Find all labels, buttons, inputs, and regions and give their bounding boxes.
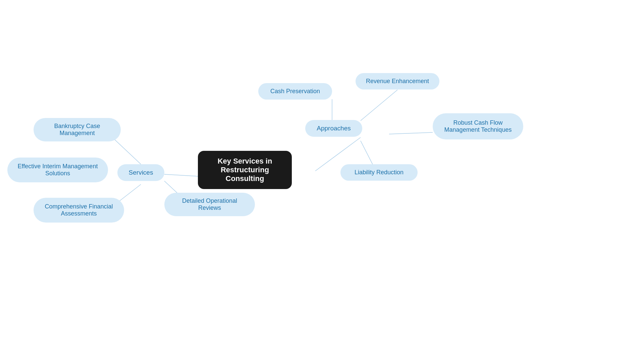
svg-line-7: [361, 90, 397, 121]
branch-approaches: Approaches: [305, 120, 362, 137]
leaf-financial: Comprehensive Financial Assessments: [34, 198, 124, 223]
center-node-label: Key Services in Restructuring Consulting: [218, 157, 272, 183]
svg-line-2: [112, 137, 141, 164]
leaf-bankruptcy-label: Bankruptcy Case Management: [54, 123, 100, 136]
leaf-revenue: Revenue Enhancement: [356, 73, 439, 89]
leaf-revenue-label: Revenue Enhancement: [366, 78, 429, 84]
leaf-operational: Detailed Operational Reviews: [164, 193, 255, 216]
leaf-bankruptcy: Bankruptcy Case Management: [34, 118, 121, 141]
svg-line-8: [389, 132, 433, 134]
leaf-interim-label: Effective Interim Management Solutions: [18, 163, 98, 177]
leaf-robust-cash-label: Robust Cash Flow Management Techniques: [444, 119, 512, 133]
leaf-cash-preservation-label: Cash Preservation: [270, 88, 320, 95]
leaf-operational-label: Detailed Operational Reviews: [182, 197, 237, 211]
leaf-interim: Effective Interim Management Solutions: [7, 158, 108, 182]
leaf-robust-cash: Robust Cash Flow Management Techniques: [433, 113, 523, 139]
branch-approaches-label: Approaches: [317, 125, 351, 132]
branch-services-label: Services: [129, 169, 153, 176]
leaf-cash-preservation: Cash Preservation: [258, 83, 332, 100]
leaf-financial-label: Comprehensive Financial Assessments: [45, 203, 113, 217]
leaf-liability: Liability Reduction: [340, 164, 418, 181]
center-node: Key Services in Restructuring Consulting: [198, 151, 292, 189]
branch-services: Services: [117, 164, 164, 181]
leaf-liability-label: Liability Reduction: [355, 169, 404, 176]
